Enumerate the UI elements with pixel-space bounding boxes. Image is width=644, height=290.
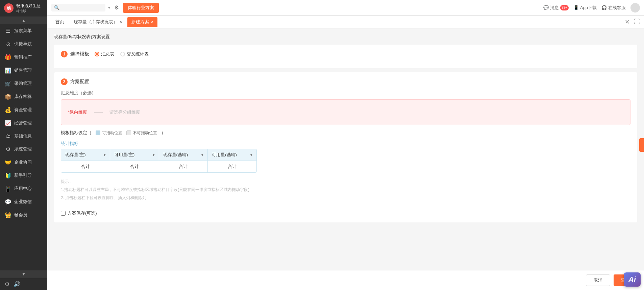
sidebar: 畅 畅康通好生意 标准版 ▲ ☰ 搜索菜单 ⊙ 快捷导航 🎁 营销推广 📊 销售… [0, 0, 47, 290]
trial-button[interactable]: 体验行业方案 [123, 3, 159, 13]
tab-home-label: 首页 [55, 19, 64, 25]
stats-col-3-chevron[interactable]: ▾ [250, 153, 252, 157]
sidebar-item-label: 采购管理 [14, 80, 32, 87]
cancel-button[interactable]: 取消 [586, 274, 610, 286]
fixed-legend-box [126, 130, 131, 135]
service-label: 在线客服 [608, 5, 626, 11]
stats-col-2[interactable]: 现存量(基辅) ▾ [159, 149, 208, 161]
sidebar-item-sales[interactable]: 📊 销售管理 [0, 64, 47, 77]
search-chevron-icon[interactable]: ▾ [108, 5, 110, 10]
topbar: 🔍 ▾ ⚙ 体验行业方案 💬 消息 99+ 📱 App下载 🎧 在线客服 [47, 0, 644, 16]
inventory-icon: 📦 [5, 94, 11, 100]
step2-title: 方案配置 [70, 79, 89, 85]
sidebar-item-label: 经营管理 [14, 120, 32, 126]
message-label: 消息 [550, 5, 559, 11]
tab-home[interactable]: 首页 [51, 17, 68, 27]
sidebar-item-label: 资金管理 [14, 107, 32, 113]
stats-col-1[interactable]: 可用量(主) ▾ [110, 149, 159, 161]
sidebar-item-label: 系统管理 [14, 146, 32, 152]
sidebar-item-label: 畅会员 [14, 212, 27, 218]
save-checkbox[interactable] [61, 211, 66, 216]
sidebar-item-label: 应用中心 [14, 186, 32, 192]
tab-inventory[interactable]: 现存量（库存状况表） × [70, 17, 126, 27]
sidebar-item-marketing[interactable]: 🎁 营销推广 [0, 51, 47, 64]
stats-col-0-chevron[interactable]: ▾ [104, 153, 106, 157]
sidebar-item-label: 搜索菜单 [14, 28, 32, 34]
radio-cross-label: 交叉统计表 [127, 51, 149, 57]
topbar-gear-icon[interactable]: ⚙ [114, 4, 119, 11]
step1-num: 1 [61, 51, 68, 57]
dimension-alert-area[interactable]: *纵向维度 —— 请选择分组维度 [61, 99, 630, 125]
step2-section: 2 方案配置 汇总维度（必选） *纵向维度 —— 请选择分组维度 模板指标设定（ [54, 72, 637, 222]
user-avatar[interactable] [630, 3, 640, 13]
stats-col-2-label: 现存量(基辅) [163, 152, 188, 158]
app-download-button[interactable]: 📱 App下载 [573, 5, 597, 11]
tab-new-plan-close-icon[interactable]: × [151, 20, 153, 24]
sidebar-item-cooperation[interactable]: 🤝 企业协同 [0, 156, 47, 169]
required-dimension-label: *纵向维度 [68, 109, 87, 115]
phone-icon: 📱 [573, 5, 579, 10]
search-input[interactable] [61, 5, 95, 10]
dimension-placeholder: 请选择分组维度 [109, 109, 140, 115]
ai-badge[interactable]: Ai [624, 272, 641, 287]
operations-icon: 📈 [5, 120, 11, 126]
basic-info-icon: 🗂 [5, 133, 11, 139]
sidebar-item-purchase[interactable]: 🛒 采购管理 [0, 77, 47, 90]
sidebar-item-new-guide[interactable]: 🔰 新手引导 [0, 169, 47, 182]
sidebar-footer: ⚙ 🔊 [0, 278, 47, 290]
draggable-legend-box [96, 130, 100, 135]
sidebar-item-basic-info[interactable]: 🗂 基础信息 [0, 130, 47, 143]
stats-section: 统计指标 现存量(主) ▾ 可用量(主) ▾ [61, 141, 630, 173]
sidebar-item-search-menu[interactable]: ☰ 搜索菜单 [0, 24, 47, 38]
topbar-search-box[interactable]: 🔍 [51, 4, 105, 11]
radio-summary-label: 汇总表 [101, 51, 114, 57]
message-button[interactable]: 💬 消息 99+ [543, 5, 569, 11]
sidebar-item-label: 基础信息 [14, 133, 32, 139]
legend-fixed: 不可拖动位置 [126, 130, 157, 136]
stats-col-0[interactable]: 现存量(主) ▾ [61, 149, 110, 161]
sidebar-item-member[interactable]: 👑 畅会员 [0, 209, 47, 222]
cooperation-icon: 🤝 [5, 159, 11, 166]
volume-icon[interactable]: 🔊 [14, 281, 20, 287]
expand-icon[interactable]: ⛶ [634, 18, 640, 25]
member-icon: 👑 [5, 212, 11, 218]
tab-new-plan[interactable]: 新建方案 × [127, 17, 157, 27]
sidebar-scroll-up[interactable]: ▲ [0, 17, 47, 24]
stats-col-3[interactable]: 可用量(基辅) ▾ [208, 149, 256, 161]
stats-col-3-label: 可用量(基辅) [212, 152, 237, 158]
radio-summary[interactable]: 汇总表 [95, 51, 114, 57]
settings-icon[interactable]: ⚙ [5, 281, 9, 287]
radio-cross[interactable]: 交叉统计表 [120, 51, 149, 57]
indicator-settings-text: 模板指标设定（ [61, 130, 92, 136]
stats-col-2-chevron[interactable]: ▾ [201, 153, 203, 157]
indicator-settings-label: 模板指标设定（ 可拖动位置 不可拖动位置 ） [61, 130, 630, 136]
tip-item-0: 1.拖动标题栏可以调整布局，不可跨维度或指标区域拖动栏目字段(只能在同一维度或指… [61, 186, 630, 194]
sidebar-item-finance[interactable]: 💰 资金管理 [0, 103, 47, 117]
sidebar-scroll-down[interactable]: ▼ [0, 270, 47, 278]
page-title: 现存量(库存状况表)方案设置 [54, 34, 637, 40]
stats-col-1-label: 可用量(主) [114, 152, 135, 158]
stats-cell-0: 合计 [61, 161, 110, 172]
sidebar-item-label: 营销推广 [14, 54, 32, 60]
sidebar-item-system[interactable]: ⚙ 系统管理 [0, 143, 47, 156]
sidebar-item-inventory[interactable]: 📦 库存核算 [0, 90, 47, 103]
system-icon: ⚙ [5, 146, 11, 152]
stats-col-1-chevron[interactable]: ▾ [153, 153, 155, 157]
tab-inventory-label: 现存量（库存状况表） [74, 19, 118, 25]
new-guide-icon: 🔰 [5, 172, 11, 179]
stats-cell-2: 合计 [159, 161, 208, 172]
sidebar-item-wechat[interactable]: 💬 企业微信 [0, 195, 47, 209]
sidebar-item-operations[interactable]: 📈 经营管理 [0, 117, 47, 130]
right-edge-tab[interactable] [639, 138, 644, 152]
template-radio-group: 汇总表 交叉统计表 [95, 51, 149, 57]
tab-inventory-close-icon[interactable]: × [120, 20, 122, 24]
stats-table-row: 合计 合计 合计 合计 [61, 161, 256, 172]
sidebar-item-app-center[interactable]: 📱 应用中心 [0, 182, 47, 195]
tabs-bar: 首页 现存量（库存状况表） × 新建方案 × ✕ ⛶ [47, 16, 644, 28]
online-service-button[interactable]: 🎧 在线客服 [601, 5, 626, 11]
message-badge: 99+ [560, 5, 569, 10]
save-checkbox-row: 方案保存(可选) [61, 210, 630, 216]
search-icon: 🔍 [54, 5, 59, 10]
close-panel-icon[interactable]: ✕ [625, 18, 630, 26]
sidebar-item-quick-nav[interactable]: ⊙ 快捷导航 [0, 38, 47, 51]
